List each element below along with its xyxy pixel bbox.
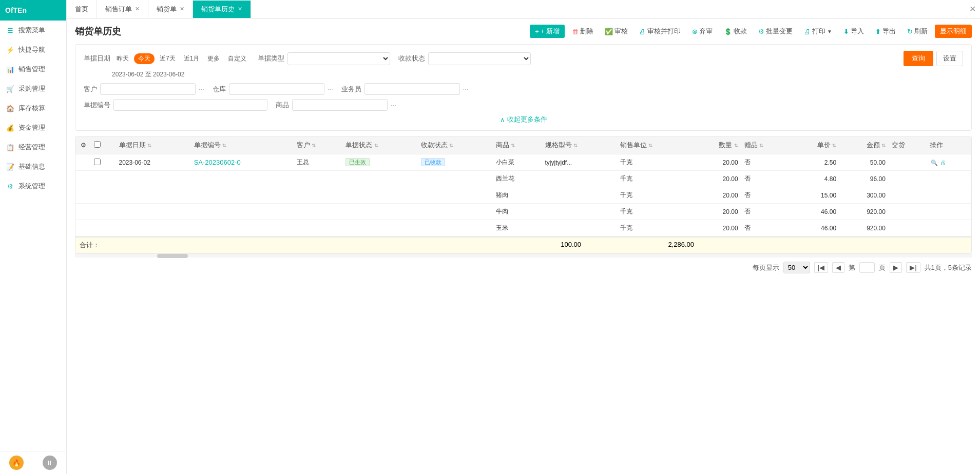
tab-sales-delivery-close[interactable]: ✕	[180, 6, 184, 12]
docno-input[interactable]	[113, 99, 267, 111]
sidebar-item-basic-info[interactable]: 📝 基础信息	[0, 157, 66, 176]
tab-bar-close[interactable]: ✕	[965, 4, 980, 14]
query-button[interactable]: 查询	[904, 51, 933, 66]
settings-button[interactable]: 设置	[936, 51, 963, 66]
import-button[interactable]: ⬇ 导入	[839, 25, 868, 38]
tab-sales-history-close[interactable]: ✕	[238, 6, 242, 12]
row-checkbox[interactable]	[91, 154, 116, 171]
tab-sales-order[interactable]: 销售订单 ✕	[97, 1, 148, 18]
sidebar-item-operations[interactable]: 📋 经营管理	[0, 137, 66, 157]
print-button[interactable]: 🖨 打印 ▼	[800, 25, 836, 38]
delete-button[interactable]: 🗑 删除	[568, 25, 598, 38]
goods-input[interactable]	[292, 99, 388, 111]
col-actions: 操作	[927, 136, 971, 154]
export-icon: ⬆	[875, 28, 881, 35]
col-goods[interactable]: 商品 ⇅	[493, 136, 542, 154]
batch-change-button[interactable]: ⚙ 批量变更	[754, 25, 797, 38]
row-doc-no[interactable]	[191, 204, 294, 220]
date-tab-yesterday[interactable]: 昨天	[113, 53, 132, 64]
sort-amount-icon: ⇅	[881, 143, 886, 148]
col-doc-no[interactable]: 单据编号 ⇅	[191, 136, 294, 154]
staff-dots[interactable]: ···	[463, 85, 469, 93]
audit-button[interactable]: ✅ 审核	[601, 25, 632, 38]
row-checkbox[interactable]	[91, 220, 116, 236]
prev-page-button[interactable]: ◀	[832, 262, 844, 273]
sidebar-item-finance[interactable]: 💰 资金管理	[0, 118, 66, 137]
staff-input[interactable]	[364, 83, 460, 95]
collect-button[interactable]: 💲 收款	[720, 25, 751, 38]
sidebar-bottom-btn1[interactable]: 🔥	[9, 456, 24, 470]
horizontal-scrollbar[interactable]	[75, 253, 972, 258]
tab-sales-order-close[interactable]: ✕	[135, 6, 140, 12]
col-settings[interactable]: ⚙	[75, 136, 91, 154]
sidebar-item-system-mgmt[interactable]: ⚙ 系统管理	[0, 176, 66, 196]
abandon-button[interactable]: ⊗ 弃审	[688, 25, 717, 38]
sidebar-item-quick-nav[interactable]: ⚡ 快捷导航	[0, 40, 66, 60]
col-gift[interactable]: 赠品 ⇅	[741, 136, 791, 154]
table-row: 西兰花 千克 20.00 否 4.80 96.00	[75, 171, 971, 187]
page-number-input[interactable]: 1	[859, 262, 875, 273]
col-payment-status[interactable]: 收款状态 ⇅	[418, 136, 493, 154]
customer-input[interactable]	[100, 83, 196, 95]
customer-dots[interactable]: ···	[199, 85, 204, 93]
collapse-chevron-icon: ∧	[500, 116, 505, 124]
row-view-link[interactable]: 🔍	[931, 160, 938, 166]
sidebar-bottom-btn2[interactable]: ⏸	[43, 456, 57, 470]
col-qty[interactable]: 数量 ⇅	[692, 136, 741, 154]
tab-sales-history[interactable]: 销货单历史 ✕	[193, 1, 251, 18]
last-page-button[interactable]: ▶|	[906, 262, 920, 273]
tab-sales-delivery[interactable]: 销货单 ✕	[148, 1, 193, 18]
sidebar-item-sales-mgmt[interactable]: 📊 销售管理	[0, 60, 66, 79]
first-page-button[interactable]: |◀	[814, 262, 828, 273]
payment-select[interactable]	[428, 52, 531, 65]
row-checkbox[interactable]	[91, 171, 116, 187]
row-doc-no[interactable]: SA-20230602-0	[191, 154, 294, 171]
refresh-icon: ↻	[907, 28, 913, 35]
row-doc-no[interactable]	[191, 187, 294, 204]
col-spec-type[interactable]: 规格型号 ⇅	[542, 136, 617, 154]
row-select-checkbox[interactable]	[94, 159, 101, 165]
col-customer[interactable]: 客户 ⇅	[294, 136, 343, 154]
operations-icon: 📋	[6, 143, 14, 151]
export-button[interactable]: ⬆ 导出	[871, 25, 900, 38]
row-payment-status	[418, 220, 493, 236]
row-checkbox[interactable]	[91, 204, 116, 220]
col-doc-date[interactable]: 单据日期 ⇅	[116, 136, 191, 154]
collapse-button[interactable]: ∧ 收起更多条件	[84, 115, 963, 124]
sort-customer-icon: ⇅	[312, 143, 316, 148]
refresh-button[interactable]: ↻ 刷新	[903, 25, 932, 38]
warehouse-input[interactable]	[229, 83, 324, 95]
row-exchange	[889, 220, 927, 236]
col-unit-price[interactable]: 单价 ⇅	[790, 136, 839, 154]
row-doc-no[interactable]	[191, 171, 294, 187]
next-page-button[interactable]: ▶	[890, 262, 902, 273]
col-sales-unit[interactable]: 销售单位 ⇅	[617, 136, 692, 154]
date-tab-1month[interactable]: 近1月	[181, 53, 203, 64]
date-tab-more[interactable]: 更多	[204, 53, 223, 64]
date-tab-custom[interactable]: 自定义	[225, 53, 249, 64]
sidebar-item-purchase-mgmt[interactable]: 🛒 采购管理	[0, 79, 66, 98]
display-detail-button[interactable]: 显示明细	[935, 25, 972, 38]
warehouse-dots[interactable]: ···	[328, 85, 333, 93]
date-tab-7days[interactable]: 近7天	[157, 53, 179, 64]
row-print-link[interactable]: 🖨	[940, 160, 946, 166]
date-tab-today[interactable]: 今天	[134, 53, 155, 64]
tab-sales-delivery-label: 销货单	[157, 5, 177, 14]
row-doc-no[interactable]	[191, 220, 294, 236]
tab-home[interactable]: 首页	[67, 1, 97, 18]
row-payment-status	[418, 204, 493, 220]
audit-print-button[interactable]: 🖨 审核并打印	[635, 25, 685, 38]
row-checkbox[interactable]	[91, 187, 116, 204]
type-select[interactable]	[287, 52, 390, 65]
col-checkbox[interactable]	[91, 136, 116, 154]
sidebar-item-inventory[interactable]: 🏠 库存核算	[0, 98, 66, 118]
col-doc-status[interactable]: 单据状态 ⇅	[342, 136, 417, 154]
row-qty: 20.00	[692, 204, 741, 220]
col-amount[interactable]: 金额 ⇅	[839, 136, 889, 154]
filter-docno-item: 单据编号	[84, 99, 267, 111]
goods-dots[interactable]: ···	[391, 101, 396, 109]
add-button[interactable]: + + 新增	[530, 25, 565, 38]
select-all-checkbox[interactable]	[94, 141, 101, 148]
sidebar-item-search-menu[interactable]: ☰ 搜索菜单	[0, 21, 66, 40]
page-size-select[interactable]: 50 100 200	[783, 262, 810, 273]
